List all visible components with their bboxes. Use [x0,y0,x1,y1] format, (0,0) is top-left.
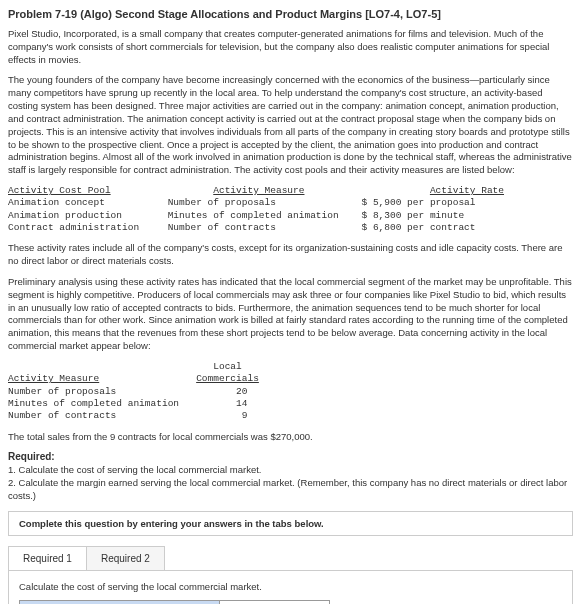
t2-r2-c0: Number of contracts [8,410,116,421]
answer-input-cell [220,600,330,604]
t2-r0-c1: 20 [236,386,247,397]
paragraph-3: These activity rates include all of the … [8,242,573,268]
tabs-container: Required 1 Required 2 [8,546,573,571]
t1-r2-c0: Contract administration [8,222,139,233]
t1-r0-c2: $ 5,900 per proposal [361,197,475,208]
t1-r2-c1: Number of contracts [168,222,276,233]
required-item-2: 2. Calculate the margin earned serving t… [8,477,573,503]
tab-required-1[interactable]: Required 1 [8,546,87,570]
col-header-measure: Activity Measure [213,185,304,196]
paragraph-2: The young founders of the company have b… [8,74,573,177]
activity-rate-table: Activity Cost Pool Activity Measure Acti… [8,185,573,234]
problem-title: Problem 7-19 (Algo) Second Stage Allocat… [8,8,573,20]
answer-row-label: Cost of serving the local commercial mar… [20,600,220,604]
t2-r1-c0: Minutes of completed animation [8,398,179,409]
table-row: Cost of serving the local commercial mar… [20,600,330,604]
t2-r1-c1: 14 [236,398,247,409]
paragraph-1: Pixel Studio, Incorporated, is a small c… [8,28,573,66]
tab-content: Calculate the cost of serving the local … [8,571,573,604]
answer-table: Cost of serving the local commercial mar… [19,600,330,604]
paragraph-4: Preliminary analysis using these activit… [8,276,573,353]
t2-r0-c0: Number of proposals [8,386,116,397]
t1-r0-c0: Animation concept [8,197,105,208]
t1-r1-c1: Minutes of completed animation [168,210,339,221]
tab-required-2[interactable]: Required 2 [86,546,165,570]
t1-r2-c2: $ 6,800 per contract [361,222,475,233]
t2-r2-c1: 9 [242,410,248,421]
tab-instruction: Calculate the cost of serving the local … [19,581,562,592]
t2-h0: Activity Measure [8,373,99,384]
required-list: 1. Calculate the cost of serving the loc… [8,464,573,502]
col-header-rate: Activity Rate [430,185,504,196]
instruction-box: Complete this question by entering your … [8,511,573,536]
paragraph-5: The total sales from the 9 contracts for… [8,431,573,444]
t2-h1: Commercials [196,373,259,384]
t1-r0-c1: Number of proposals [168,197,276,208]
required-item-1: 1. Calculate the cost of serving the loc… [8,464,573,477]
required-heading: Required: [8,451,573,462]
local-commercials-table: Local Activity Measure Commercials Numbe… [8,361,573,423]
t1-r1-c0: Animation production [8,210,122,221]
t1-r1-c2: $ 8,300 per minute [361,210,464,221]
col-header-pool: Activity Cost Pool [8,185,111,196]
t2-h1-top: Local [213,361,242,372]
